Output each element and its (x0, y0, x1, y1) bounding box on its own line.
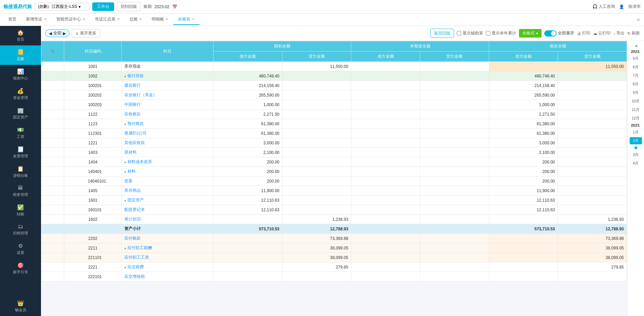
row-name[interactable]: 应付职工工资 (122, 253, 214, 262)
row-settings[interactable] (41, 71, 64, 81)
row-name[interactable]: 应付账款 (122, 234, 214, 243)
month-12-btn[interactable]: 12月 (630, 115, 642, 122)
consultation-icon[interactable]: 🎧 人工咨询 (592, 4, 615, 10)
row-settings[interactable] (41, 138, 64, 148)
row-name[interactable]: 农业银行（美金） (122, 90, 214, 100)
month-3-btn[interactable]: 3月 (630, 151, 642, 158)
row-settings[interactable] (41, 81, 64, 90)
close-window-icon[interactable]: ✕ (636, 17, 641, 23)
row-settings[interactable] (41, 62, 64, 71)
row-settings[interactable] (41, 100, 64, 110)
tab-new-voucher[interactable]: 新增凭证 ✕ (21, 14, 52, 25)
row-settings[interactable] (41, 110, 64, 119)
row-name[interactable]: 累计折旧 (122, 215, 214, 224)
row-settings[interactable] (41, 129, 64, 138)
calendar-icon[interactable]: 📅 (172, 4, 177, 9)
settings-col-header[interactable]: ⚙ (41, 41, 64, 62)
sidebar-item-home[interactable]: 🏠 首页 (0, 26, 41, 45)
row-name[interactable]: 应收账款 (122, 110, 214, 119)
row-settings[interactable] (41, 262, 64, 272)
show-aux-checkbox[interactable]: 显示辅助算 (457, 30, 483, 36)
row-name[interactable]: 建设银行 (122, 81, 214, 90)
row-settings[interactable] (41, 253, 64, 262)
workbench-button[interactable]: 工作台 (92, 2, 114, 11)
row-settings[interactable] (41, 243, 64, 253)
row-name[interactable]: 应交增值税 (122, 272, 214, 282)
sidebar-item-archive[interactable]: 🗂 归档管理 (0, 220, 41, 239)
row-settings[interactable] (41, 157, 64, 167)
month-7-btn[interactable]: 7月 (630, 72, 642, 79)
row-settings[interactable] (41, 186, 64, 196)
sidebar-item-assets[interactable]: 🏢 固定资产 (0, 104, 41, 123)
row-settings[interactable] (41, 90, 64, 100)
month-6-btn[interactable]: 6月 (630, 63, 642, 71)
expand-more-button[interactable]: ∨ 展开更多 (72, 29, 100, 38)
sidebar-item-reports[interactable]: 📊 报表中心 (0, 65, 41, 84)
expand-all-toggle[interactable]: 全部展开 (544, 30, 574, 37)
row-settings[interactable] (41, 119, 64, 129)
row-settings[interactable] (41, 196, 64, 205)
row-settings[interactable] (41, 176, 64, 186)
show-aux-input[interactable] (457, 31, 461, 35)
sidebar-item-invoices[interactable]: 🧾 发票管理 (0, 143, 41, 162)
show-ytd-checkbox[interactable]: 显示本年累计 (486, 30, 516, 36)
row-name[interactable]: ▴ 固定资产 (122, 196, 214, 205)
sidebar-item-tax[interactable]: 🏛 税务管理 (0, 182, 41, 201)
row-name[interactable]: ▴ 预付账款 (122, 119, 214, 129)
month-2-btn[interactable]: 2月 (630, 137, 642, 144)
tab-balance[interactable]: 余额表 ✕ (173, 14, 200, 25)
show-ytd-input[interactable] (486, 31, 490, 35)
close-icon[interactable]: ✕ (139, 17, 142, 21)
sidebar-item-ledger[interactable]: 📒 总账 (0, 45, 41, 65)
export-button[interactable]: ↓ 导出 (613, 30, 625, 36)
row-name[interactable]: ▴ 银行存款 (122, 71, 214, 81)
return-old-version-button[interactable]: 返回旧版 (430, 29, 454, 38)
switch-version-button[interactable]: 切到旧版 (117, 2, 141, 11)
month-8-btn[interactable]: 8月 (630, 81, 642, 88)
row-settings[interactable] (41, 272, 64, 282)
close-icon[interactable]: ✕ (44, 17, 47, 21)
sidebar-item-guide[interactable]: 🎯 新手引导 (0, 259, 41, 278)
row-name[interactable]: 库存商品 (122, 186, 214, 196)
sidebar-item-sales[interactable]: 📋 进销台账 (0, 162, 41, 182)
sidebar-item-closing[interactable]: ✅ 结账 (0, 201, 41, 220)
company-selector[interactable]: (勿删）江西股主-LSS ▾ (35, 3, 90, 11)
row-name[interactable]: ▴ 材料 (122, 167, 214, 176)
sidebar-item-vip[interactable]: 👑 畅会员 (0, 297, 41, 316)
row-name[interactable]: 中国银行 (122, 100, 214, 110)
row-settings[interactable] (41, 167, 64, 176)
all-filter-badge[interactable]: ◀ 全部 ▶ (45, 29, 70, 37)
row-settings[interactable] (41, 205, 64, 215)
row-name[interactable]: 配提票记本 (122, 205, 214, 215)
tab-voucher-summary[interactable]: 凭证汇总表 ✕ (90, 14, 125, 25)
refresh-button[interactable]: ↻ 刷新 (627, 30, 640, 36)
sidebar-item-settings[interactable]: ⚙ 设置 (0, 239, 41, 259)
month-1-btn[interactable]: 1月 (630, 129, 642, 136)
row-name[interactable]: ▴ 应付职工薪酬 (122, 243, 214, 253)
row-settings[interactable] (41, 234, 64, 243)
row-name[interactable]: 惠属EU公司 (122, 129, 214, 138)
sidebar-item-salary[interactable]: 💵 工资 (0, 123, 41, 143)
row-name[interactable]: ▴ 材料成本差异 (122, 157, 214, 167)
close-icon[interactable]: ✕ (165, 17, 168, 21)
tab-detail-ledger[interactable]: 明细账 ✕ (147, 14, 173, 25)
cloud-print-button[interactable]: ☁ 云打印 (593, 30, 611, 36)
sidebar-item-funds[interactable]: 💰 资金管理 (0, 84, 41, 104)
tab-home[interactable]: 首页 (3, 14, 21, 25)
row-name[interactable]: ▴ 应交税费 (122, 262, 214, 272)
collapse-arrow[interactable]: ◀ (634, 44, 637, 48)
tab-smart-voucher[interactable]: 智能凭证中心 ✕ (52, 14, 90, 25)
row-name[interactable]: 其他应收款 (122, 138, 214, 148)
row-settings[interactable] (41, 148, 64, 157)
close-icon[interactable]: ✕ (117, 17, 120, 21)
row-name[interactable]: 原材料 (122, 148, 214, 157)
close-icon[interactable]: ✕ (82, 17, 85, 21)
month-9-btn[interactable]: 9月 (630, 89, 642, 96)
row-settings[interactable] (41, 215, 64, 224)
month-11-btn[interactable]: 11月 (630, 106, 642, 113)
print-button[interactable]: 🖨 打印 (577, 30, 590, 36)
toggle-switch-control[interactable] (544, 30, 557, 37)
month-10-btn[interactable]: 10月 (630, 98, 642, 105)
month-4-btn[interactable]: 4月 (630, 160, 642, 167)
month-5-btn[interactable]: 5月 (630, 55, 642, 62)
